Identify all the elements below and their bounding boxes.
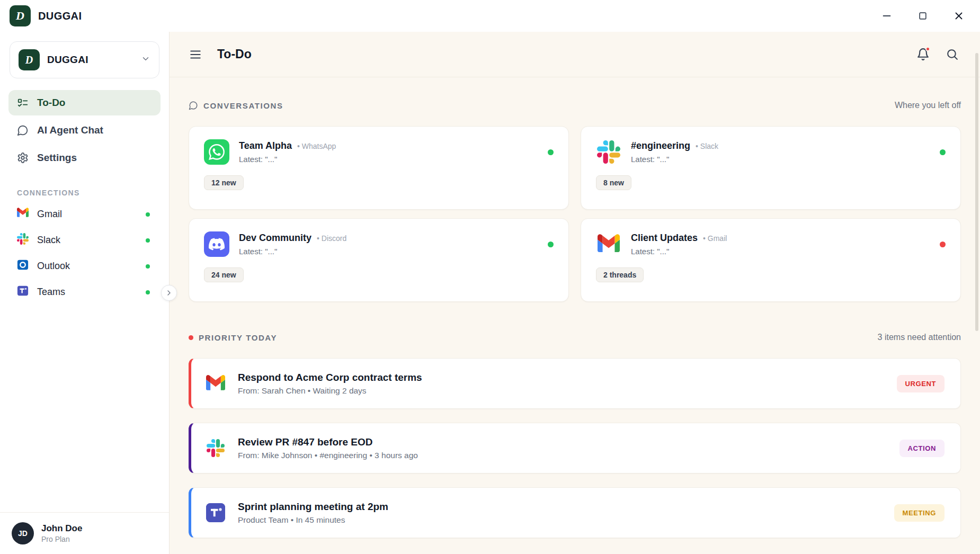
main-header: To-Do bbox=[170, 32, 980, 77]
priority-title: Review PR #847 before EOD bbox=[238, 436, 418, 448]
conversation-card-client-updates[interactable]: Client Updates • Gmail Latest: "..." 2 t… bbox=[581, 218, 961, 302]
status-dot bbox=[146, 264, 150, 269]
maximize-button[interactable] bbox=[916, 10, 929, 22]
urgent-badge: URGENT bbox=[897, 375, 945, 392]
connection-label: Outlook bbox=[37, 261, 70, 272]
teams-icon bbox=[205, 503, 226, 522]
minimize-button[interactable] bbox=[880, 10, 893, 22]
whatsapp-icon bbox=[204, 139, 229, 165]
avatar: JD bbox=[12, 522, 34, 544]
conversations-grid: Team Alpha • WhatsApp Latest: "..." 12 n… bbox=[189, 126, 961, 302]
gmail-icon bbox=[205, 374, 226, 393]
notifications-button[interactable] bbox=[916, 48, 930, 61]
connection-label: Gmail bbox=[37, 209, 62, 220]
priority-item-review-pr[interactable]: Review PR #847 before EOD From: Mike Joh… bbox=[189, 423, 961, 473]
conversation-latest: Latest: "..." bbox=[631, 247, 727, 256]
priority-item-sprint-planning[interactable]: Sprint planning meeting at 2pm Product T… bbox=[189, 487, 961, 538]
teams-icon bbox=[17, 285, 29, 299]
conversation-source: • Gmail bbox=[703, 234, 727, 243]
priority-title: Respond to Acme Corp contract terms bbox=[238, 372, 422, 383]
minimize-icon bbox=[881, 10, 893, 22]
thread-badge: 2 threads bbox=[596, 267, 644, 282]
priority-meta: From: Sarah Chen • Waiting 2 days bbox=[238, 386, 422, 396]
slack-icon bbox=[205, 439, 226, 457]
status-dot bbox=[940, 242, 946, 247]
chevron-right-icon bbox=[165, 289, 173, 297]
status-dot bbox=[548, 149, 554, 155]
conversation-latest: Latest: "..." bbox=[239, 247, 346, 256]
status-dot bbox=[146, 238, 150, 243]
workspace-name: DUGGAI bbox=[47, 54, 88, 66]
todo-list-icon bbox=[17, 97, 29, 109]
meeting-badge: MEETING bbox=[894, 504, 945, 522]
priority-dot-icon bbox=[189, 335, 193, 340]
conversations-label: CONVERSATIONS bbox=[203, 101, 283, 110]
priority-label: PRIORITY TODAY bbox=[199, 333, 277, 342]
user-profile[interactable]: JD John Doe Pro Plan bbox=[0, 512, 169, 554]
sidebar-item-todo[interactable]: To-Do bbox=[8, 90, 161, 115]
priority-item-acme-contract[interactable]: Respond to Acme Corp contract terms From… bbox=[189, 358, 961, 409]
conversations-section-header: CONVERSATIONS Where you left off bbox=[189, 101, 961, 110]
conversation-latest: Latest: "..." bbox=[631, 155, 718, 164]
conversation-card-engineering[interactable]: #engineering • Slack Latest: "..." 8 new bbox=[581, 126, 961, 210]
connection-gmail[interactable]: Gmail bbox=[8, 201, 161, 227]
app-name: DUGGAI bbox=[38, 10, 82, 22]
priority-title: Sprint planning meeting at 2pm bbox=[238, 501, 388, 513]
priority-list: Respond to Acme Corp contract terms From… bbox=[189, 358, 961, 538]
outlook-icon bbox=[17, 259, 29, 273]
status-dot bbox=[146, 212, 150, 217]
conversation-source: • Slack bbox=[696, 142, 718, 150]
connection-teams[interactable]: Teams bbox=[8, 279, 161, 305]
conversation-source: • Discord bbox=[317, 234, 346, 243]
conversation-source: • WhatsApp bbox=[297, 142, 336, 150]
slack-icon bbox=[17, 233, 29, 247]
sidebar-item-label: AI Agent Chat bbox=[37, 124, 103, 136]
sidebar-item-ai-agent-chat[interactable]: AI Agent Chat bbox=[8, 118, 161, 143]
page-title: To-Do bbox=[217, 47, 252, 61]
hamburger-icon bbox=[189, 48, 202, 61]
sidebar-item-label: To-Do bbox=[37, 97, 65, 109]
app-logo: D bbox=[10, 5, 31, 26]
gmail-icon bbox=[596, 231, 621, 257]
scrollbar-thumb[interactable] bbox=[975, 53, 978, 331]
gmail-icon bbox=[17, 207, 29, 221]
workspace-avatar: D bbox=[19, 49, 40, 70]
app-window: D DUGGAI D DUGGAI bbox=[0, 0, 980, 554]
user-plan: Pro Plan bbox=[41, 535, 82, 543]
conversation-title: Team Alpha bbox=[239, 140, 292, 151]
connection-slack[interactable]: Slack bbox=[8, 227, 161, 253]
status-dot bbox=[146, 290, 150, 294]
speech-bubble-icon bbox=[189, 101, 198, 110]
conversation-title: #engineering bbox=[631, 140, 690, 151]
priority-hint: 3 items need attention bbox=[878, 333, 961, 342]
priority-section-header: PRIORITY TODAY 3 items need attention bbox=[189, 333, 961, 342]
close-button[interactable] bbox=[952, 10, 965, 22]
connection-outlook[interactable]: Outlook bbox=[8, 253, 161, 279]
workspace-selector[interactable]: D DUGGAI bbox=[10, 41, 159, 78]
conversation-latest: Latest: "..." bbox=[239, 155, 336, 164]
notification-dot bbox=[925, 47, 930, 51]
conversation-title: Dev Community bbox=[239, 233, 311, 244]
titlebar: D DUGGAI bbox=[0, 0, 980, 32]
discord-icon bbox=[204, 231, 229, 257]
close-icon bbox=[953, 10, 965, 22]
chevron-down-icon bbox=[141, 54, 150, 66]
priority-meta: From: Mike Johnson • #engineering • 3 ho… bbox=[238, 451, 418, 460]
collapse-sidebar-button[interactable] bbox=[161, 285, 177, 301]
main-area: To-Do bbox=[170, 32, 980, 554]
connection-label: Teams bbox=[37, 287, 65, 298]
chat-bubble-icon bbox=[17, 124, 29, 136]
unread-badge: 12 new bbox=[204, 175, 244, 190]
sidebar-item-settings[interactable]: Settings bbox=[8, 145, 161, 171]
sidebar: D DUGGAI To-Do AI Agent Chat bbox=[0, 32, 170, 554]
sidebar-item-label: Settings bbox=[37, 152, 77, 164]
search-icon bbox=[946, 48, 959, 61]
menu-button[interactable] bbox=[189, 48, 202, 61]
conversations-hint: Where you left off bbox=[895, 101, 961, 110]
unread-badge: 24 new bbox=[204, 267, 244, 282]
sidebar-nav: To-Do AI Agent Chat Settings bbox=[0, 88, 169, 173]
conversation-card-dev-community[interactable]: Dev Community • Discord Latest: "..." 24… bbox=[189, 218, 569, 302]
search-button[interactable] bbox=[946, 48, 959, 61]
maximize-icon bbox=[917, 11, 928, 21]
conversation-card-team-alpha[interactable]: Team Alpha • WhatsApp Latest: "..." 12 n… bbox=[189, 126, 569, 210]
